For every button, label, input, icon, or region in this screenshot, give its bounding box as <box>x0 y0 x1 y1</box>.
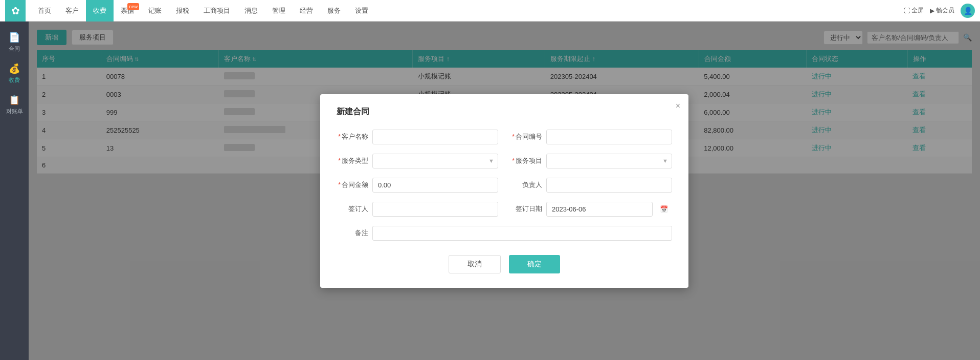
contract-icon: 📄 <box>9 32 20 43</box>
input-client-name[interactable] <box>372 130 498 144</box>
nav-invoice[interactable]: 票据 new <box>114 0 141 22</box>
nav-home[interactable]: 首页 <box>31 0 58 22</box>
top-navigation: ✿ 首页 客户 收费 票据 new 记账 报税 工商项目 消息 管理 经营 服务… <box>0 0 980 22</box>
label-remark: 备注 <box>337 228 372 238</box>
modal-footer: 取消 确定 <box>337 255 672 273</box>
modal-close-button[interactable]: × <box>676 101 680 111</box>
sidebar: 📄 合同 💰 收费 📋 对账单 <box>0 22 29 360</box>
sidebar-label-fee: 收费 <box>9 76 20 84</box>
input-remark[interactable] <box>372 226 672 241</box>
label-sign-date: 签订日期 <box>510 204 546 214</box>
required-mark2: * <box>512 133 515 140</box>
logo: ✿ <box>5 0 26 22</box>
label-client-name: *客户名称 <box>337 132 372 141</box>
field-sign-date: 签订日期 📅 <box>510 202 672 217</box>
select-service-type[interactable] <box>372 154 498 168</box>
fullscreen-btn[interactable]: ⛶ 全屏 <box>904 6 924 15</box>
form-row-2: *服务类型 ▼ *服务项目 ▼ <box>337 154 672 168</box>
nav-operation[interactable]: 经营 <box>293 0 320 22</box>
nav-manage[interactable]: 管理 <box>265 0 293 22</box>
field-amount: *合同金额 <box>337 178 498 193</box>
nav-fee[interactable]: 收费 <box>86 0 114 22</box>
confirm-button[interactable]: 确定 <box>509 255 560 273</box>
fee-icon: 💰 <box>9 63 20 74</box>
form-row-1: *客户名称 *合同编号 <box>337 130 672 144</box>
nav-client[interactable]: 客户 <box>58 0 86 22</box>
label-signer: 签订人 <box>337 204 372 214</box>
avatar[interactable]: 👤 <box>961 4 975 18</box>
service-item-wrap: ▼ <box>546 154 672 168</box>
nav-service[interactable]: 服务 <box>320 0 348 22</box>
required-mark3: * <box>338 157 341 164</box>
input-amount[interactable] <box>372 178 498 193</box>
label-amount: *合同金额 <box>337 180 372 189</box>
input-contract-no[interactable] <box>546 130 672 144</box>
fullscreen-icon: ⛶ <box>904 7 910 14</box>
modal-title: 新建合同 <box>337 107 672 117</box>
required-mark5: * <box>338 181 341 188</box>
label-contract-no: *合同编号 <box>510 132 546 141</box>
vip-icon: ▶ <box>930 7 934 14</box>
required-mark: * <box>338 133 341 140</box>
field-remark: 备注 <box>337 226 672 241</box>
select-service-item[interactable] <box>546 154 672 168</box>
input-responsible[interactable] <box>546 178 672 193</box>
sidebar-label-contract: 合同 <box>9 45 20 53</box>
field-client-name: *客户名称 <box>337 130 498 144</box>
sidebar-item-statement[interactable]: 📋 对账单 <box>0 89 29 120</box>
main-layout: 📄 合同 💰 收费 📋 对账单 新增 服务项目 进行中 已完成 已取消 � <box>0 22 980 360</box>
service-type-wrap: ▼ <box>372 154 498 168</box>
calendar-icon: 📅 <box>660 205 668 213</box>
field-service-item: *服务项目 ▼ <box>510 154 672 168</box>
field-responsible: 负责人 <box>510 178 672 193</box>
required-mark4: * <box>512 157 515 164</box>
nav-business[interactable]: 工商项目 <box>196 0 237 22</box>
nav-message[interactable]: 消息 <box>237 0 265 22</box>
vip-label: 畅会员 <box>936 6 954 15</box>
field-service-type: *服务类型 ▼ <box>337 154 498 168</box>
form-row-5: 备注 <box>337 226 672 241</box>
fullscreen-label: 全屏 <box>911 6 924 15</box>
form-row-3: *合同金额 负责人 <box>337 178 672 193</box>
sidebar-label-statement: 对账单 <box>6 108 23 115</box>
input-sign-date[interactable] <box>546 202 653 217</box>
logo-icon: ✿ <box>11 5 20 17</box>
field-signer: 签订人 <box>337 202 498 217</box>
nav-right: ⛶ 全屏 ▶ 畅会员 👤 <box>904 4 975 18</box>
field-contract-no: *合同编号 <box>510 130 672 144</box>
label-service-type: *服务类型 <box>337 156 372 165</box>
label-responsible: 负责人 <box>510 180 546 189</box>
sidebar-item-fee[interactable]: 💰 收费 <box>0 58 29 89</box>
nav-settings[interactable]: 设置 <box>348 0 375 22</box>
vip-btn[interactable]: ▶ 畅会员 <box>930 6 954 15</box>
content-area: 新增 服务项目 进行中 已完成 已取消 🔍 序号 合同编码⇅ 客户名称⇅ 服务项… <box>29 22 980 360</box>
sidebar-item-contract[interactable]: 📄 合同 <box>0 27 29 58</box>
nav-tax[interactable]: 报税 <box>169 0 196 22</box>
nav-items: 首页 客户 收费 票据 new 记账 报税 工商项目 消息 管理 经营 服务 设… <box>31 0 904 22</box>
nav-accounting[interactable]: 记账 <box>141 0 169 22</box>
cancel-button[interactable]: 取消 <box>449 255 501 273</box>
label-service-item: *服务项目 <box>510 156 546 165</box>
form-row-4: 签订人 签订日期 📅 <box>337 202 672 217</box>
new-contract-modal: × 新建合同 *客户名称 *合同编号 <box>320 94 688 288</box>
date-input-wrap: 📅 <box>546 202 672 217</box>
new-badge: new <box>127 3 139 10</box>
statement-icon: 📋 <box>9 94 20 105</box>
modal-overlay: × 新建合同 *客户名称 *合同编号 <box>29 22 980 360</box>
input-signer[interactable] <box>372 202 498 217</box>
